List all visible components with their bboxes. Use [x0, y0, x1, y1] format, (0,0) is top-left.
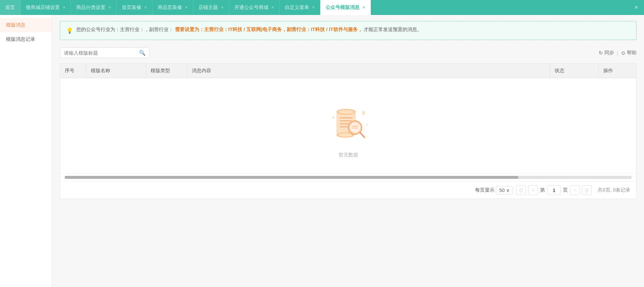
nav-tab-open-mall[interactable]: 开通公众号商城 × — [229, 0, 280, 15]
svg-line-12 — [360, 132, 364, 137]
sidebar-item-template-msg-log[interactable]: 模版消息记录 — [0, 32, 52, 46]
th-index: 序号 — [60, 64, 86, 78]
svg-point-17 — [366, 124, 368, 126]
nav-tab-open-mall-label: 开通公众号商城 — [234, 4, 268, 11]
search-icon[interactable]: 🔍 — [139, 50, 145, 56]
next-page-button[interactable]: ＞ — [570, 185, 580, 195]
prev-page-button[interactable]: ＜ — [528, 185, 538, 195]
svg-point-11 — [350, 123, 360, 132]
svg-point-5 — [339, 134, 352, 137]
page-size-selector: 每页显示 50 ∨ — [475, 186, 513, 195]
page-number-input[interactable] — [547, 185, 561, 195]
close-homepage-decor[interactable]: × — [144, 5, 147, 10]
nav-tab-custom-menu[interactable]: 自定义菜单 × — [280, 0, 320, 15]
nav-tab-home-label: 首页 — [5, 4, 15, 11]
close-all-button[interactable]: × — [629, 0, 644, 15]
sidebar: 模版消息 模版消息记录 — [0, 15, 52, 287]
page-size-value: 50 — [499, 187, 505, 193]
svg-point-3 — [339, 110, 354, 114]
help-icon: ⊙ — [621, 50, 625, 56]
divider: | — [617, 50, 618, 56]
nav-tab-template-msg[interactable]: 公众号模版消息 × — [320, 0, 371, 15]
close-category-settings[interactable]: × — [108, 5, 111, 10]
top-nav: 首页 微商城店铺设置 × 商品分类设置 × 首页装修 × 商品页装修 × 店铺主… — [0, 0, 644, 15]
svg-point-15 — [332, 116, 335, 119]
empty-illustration — [326, 101, 371, 146]
main-layout: 模版消息 模版消息记录 💡 您的公众号行业为：主营行业：，副营行业： 需要设置为… — [0, 15, 644, 287]
sync-button[interactable]: ↻ 同步 — [599, 49, 614, 56]
search-right-actions: ↻ 同步 | ⊙ 帮助 — [599, 49, 637, 56]
nav-tab-home[interactable]: 首页 — [0, 0, 21, 15]
svg-line-20 — [363, 111, 363, 113]
th-type: 模版类型 — [146, 64, 187, 78]
info-banner: 💡 您的公众号行业为：主营行业：，副营行业： 需要设置为：主营行业：IT科技 /… — [60, 21, 637, 40]
nav-tab-homepage-decor-label: 首页装修 — [122, 4, 141, 11]
svg-line-18 — [363, 111, 365, 113]
page-navigation: ⟨⟨ ＜ 第 页 ＞ ⟩⟩ — [516, 185, 592, 195]
pagination: 每页显示 50 ∨ ⟨⟨ ＜ 第 页 ＞ ⟩⟩ 共0页, 0条记录 — [60, 181, 636, 199]
nav-tab-shop-theme-label: 店铺主题 — [198, 4, 218, 11]
nav-tab-category-settings-label: 商品分类设置 — [76, 4, 105, 11]
nav-tab-shop-theme[interactable]: 店铺主题 × — [193, 0, 229, 15]
page-size-select-box[interactable]: 50 ∨ — [496, 186, 513, 195]
search-input-wrapper[interactable]: 🔍 — [60, 48, 150, 58]
scrollbar-thumb[interactable] — [65, 176, 518, 179]
main-content: 💡 您的公众号行业为：主营行业：，副营行业： 需要设置为：主营行业：IT科技 /… — [52, 15, 644, 287]
nav-tab-homepage-decor[interactable]: 首页装修 × — [117, 0, 152, 15]
nav-tab-category-settings[interactable]: 商品分类设置 × — [71, 0, 117, 15]
data-table: 序号 模版名称 模版类型 消息内容 状态 操作 — [60, 63, 637, 199]
empty-text: 暂无数据 — [339, 152, 358, 158]
nav-tab-template-msg-label: 公众号模版消息 — [326, 4, 360, 11]
th-content: 消息内容 — [187, 64, 550, 78]
search-bar: 🔍 ↻ 同步 | ⊙ 帮助 — [60, 48, 637, 58]
th-name: 模版名称 — [86, 64, 146, 78]
sidebar-item-template-msg[interactable]: 模版消息 — [0, 18, 52, 32]
page-size-label: 每页显示 — [475, 187, 494, 193]
nav-tab-product-decor-label: 商品页装修 — [158, 4, 182, 11]
last-page-button[interactable]: ⟩⟩ — [582, 185, 592, 195]
chevron-down-icon: ∨ — [506, 187, 510, 193]
close-shop-settings[interactable]: × — [63, 5, 65, 10]
total-info: 共0页, 0条记录 — [598, 187, 630, 193]
empty-state: 暂无数据 — [60, 78, 636, 173]
search-input[interactable] — [64, 50, 139, 56]
help-button[interactable]: ⊙ 帮助 — [621, 49, 637, 56]
page-label: 第 — [540, 187, 545, 193]
sync-icon: ↻ — [599, 50, 603, 56]
horizontal-scrollbar[interactable] — [60, 173, 636, 181]
close-template-msg[interactable]: × — [363, 5, 365, 10]
nav-tab-custom-menu-label: 自定义菜单 — [285, 4, 309, 11]
first-page-button[interactable]: ⟨⟨ — [516, 185, 526, 195]
nav-tab-shop-settings[interactable]: 微商城店铺设置 × — [21, 0, 71, 15]
nav-tab-shop-settings-label: 微商城店铺设置 — [26, 4, 60, 11]
bulb-icon: 💡 — [66, 26, 73, 35]
table-header: 序号 模版名称 模版类型 消息内容 状态 操作 — [60, 64, 636, 78]
banner-text: 您的公众号行业为：主营行业：，副营行业： 需要设置为：主营行业：IT科技 / 互… — [76, 26, 422, 34]
close-custom-menu[interactable]: × — [312, 5, 315, 10]
close-shop-theme[interactable]: × — [221, 5, 224, 10]
close-open-mall[interactable]: × — [271, 5, 274, 10]
close-product-decor[interactable]: × — [185, 5, 188, 10]
th-status: 状态 — [550, 64, 599, 78]
scrollbar-track[interactable] — [65, 176, 632, 179]
nav-tab-product-decor[interactable]: 商品页装修 × — [152, 0, 193, 15]
page-unit-label: 页 — [563, 187, 568, 193]
th-actions: 操作 — [599, 64, 636, 78]
